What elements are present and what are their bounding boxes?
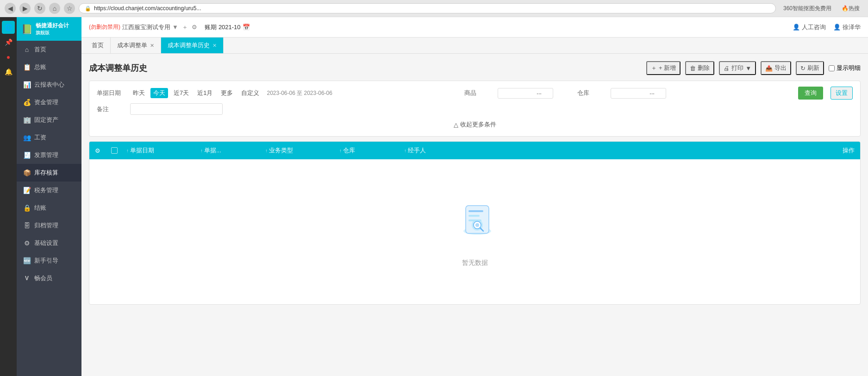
warehouse-select[interactable]: ···	[611, 88, 666, 99]
forward-button[interactable]: ▶	[19, 3, 31, 14]
export-button[interactable]: 📤 导出	[761, 61, 791, 75]
th-operator[interactable]: ↑ 经手人	[400, 146, 465, 155]
sidebar-item-ledger[interactable]: 📋 总账	[17, 58, 81, 76]
shortcut-today[interactable]: 今天	[150, 88, 168, 98]
sidebar-item-fixed-assets[interactable]: 🏢 固定资产	[17, 111, 81, 129]
delete-button[interactable]: 🗑 删除	[685, 61, 714, 75]
sidebar-item-cloud-report-label: 云报表中心	[34, 81, 64, 89]
icon-sidebar-app1[interactable]: 📌	[2, 36, 15, 49]
sidebar-item-close[interactable]: 🔒 结账	[17, 199, 81, 217]
company-name: 江西服宝测试专用	[122, 23, 170, 31]
tab-cost-adjustment[interactable]: 成本调整单 ✕	[111, 38, 161, 53]
delete-label: 删除	[698, 64, 710, 72]
tab-cost-adjustment-history-close[interactable]: ✕	[212, 43, 217, 49]
cloud-report-nav-icon: 📊	[23, 81, 31, 88]
display-toggle[interactable]: 显示明细	[829, 64, 861, 72]
sidebar-item-settings[interactable]: ⚙ 基础设置	[17, 234, 81, 252]
sidebar-item-home[interactable]: ⌂ 首页	[17, 41, 81, 58]
th-date[interactable]: ↑ 单据日期	[123, 146, 197, 155]
lock-icon: 🔒	[85, 6, 91, 12]
svg-point-8	[475, 223, 479, 227]
icon-sidebar-app3[interactable]: 🔔	[2, 65, 15, 78]
shortcut-yesterday[interactable]: 昨天	[130, 88, 148, 98]
page-content: 成本调整单历史 ＋ + 新增 🗑 删除 🖨 打印 ▼	[81, 54, 868, 376]
filter-settings-button[interactable]: 设置	[831, 87, 853, 100]
th-operator-label: 经手人	[408, 146, 426, 155]
goods-select[interactable]: ···	[498, 88, 553, 99]
th-warehouse[interactable]: ↑ 仓库	[336, 146, 400, 155]
shortcut-custom[interactable]: 自定义	[238, 88, 262, 98]
top-bar-left: (勿删勿禁用) 江西服宝测试专用 ▼ ＋ ⚙ 账期 2021-10 📅	[89, 23, 250, 31]
sidebar-item-inventory[interactable]: 📦 库存核算	[17, 164, 81, 182]
sidebar-item-invoice[interactable]: 🧾 发票管理	[17, 146, 81, 164]
icon-sidebar-app2[interactable]: ●	[2, 50, 15, 63]
sidebar-item-ledger-label: 总账	[34, 63, 46, 71]
ledger-nav-icon: 📋	[23, 63, 31, 71]
icon-sidebar-weibo[interactable]: 🌐	[2, 21, 15, 34]
shortcut-7days[interactable]: 近7天	[171, 88, 192, 98]
settings-column-icon: ⚙	[95, 147, 100, 154]
star-button[interactable]: ☆	[64, 3, 75, 14]
delete-icon: 🗑	[690, 65, 696, 72]
sidebar-item-archive-label: 归档管理	[34, 221, 58, 230]
sidebar-item-guide[interactable]: 🆕 新手引导	[17, 252, 81, 269]
shortcut-1month[interactable]: 近1月	[194, 88, 215, 98]
th-checkbox[interactable]	[106, 147, 123, 154]
th-number[interactable]: ↑ 单据...	[197, 146, 262, 155]
user-name: 徐泽华	[843, 23, 861, 31]
sidebar-item-tax[interactable]: 📝 税务管理	[17, 182, 81, 199]
sidebar-item-cloud-report[interactable]: 📊 云报表中心	[17, 76, 81, 94]
th-settings[interactable]: ⚙	[89, 147, 106, 154]
print-button[interactable]: 🖨 打印 ▼	[719, 61, 756, 75]
url-text: https://cloud.chanjet.com/accounting/uru…	[94, 5, 201, 12]
collapse-label: 收起更多条件	[460, 120, 496, 129]
refresh-label: 刷新	[807, 64, 819, 72]
empty-text: 暂无数据	[462, 259, 488, 267]
collapse-button[interactable]: △ 收起更多条件	[452, 119, 498, 131]
add-icon[interactable]: ＋	[182, 23, 188, 31]
sidebar-item-member[interactable]: V 畅会员	[17, 269, 81, 287]
calendar-icon[interactable]: 📅	[243, 24, 250, 31]
header-checkbox[interactable]	[111, 147, 118, 154]
home-button[interactable]: ⌂	[49, 3, 60, 14]
tab-cost-adjustment-history-label: 成本调整单历史	[168, 41, 210, 50]
settings-nav-icon: ⚙	[23, 239, 31, 247]
th-biz-label: 业务类型	[269, 146, 293, 155]
notes-input[interactable]	[130, 103, 223, 115]
tab-cost-adjustment-close[interactable]: ✕	[150, 43, 154, 49]
back-button[interactable]: ◀	[5, 3, 16, 14]
consultant-label[interactable]: 👤 人工咨询	[793, 23, 826, 31]
top-bar-right: 👤 人工咨询 👤 徐泽华	[793, 23, 861, 31]
th-operations-label: 操作	[843, 146, 855, 155]
filter-area: 单据日期 昨天 今天 近7天 近1月 更多 自定义 2023-06-06 至 2…	[89, 81, 861, 137]
browser-extras: 360智能抠图免费用 🔥热搜	[780, 3, 863, 14]
app-container: 🌐 📌 ● 🔔 📗 畅捷通好会计 旗舰版 ⌂ 首页 📋 总账 📊 云报表中心	[0, 17, 868, 376]
notes-filter-label: 备注	[97, 105, 123, 113]
page-header: 成本调整单历史 ＋ + 新增 🗑 删除 🖨 打印 ▼	[89, 61, 861, 75]
tab-home[interactable]: 首页	[85, 38, 111, 53]
company-dropdown-icon[interactable]: ▼	[172, 24, 178, 31]
browser-toolbar: ◀ ▶ ↻ ⌂ ☆ 🔒 https://cloud.chanjet.com/ac…	[0, 0, 868, 17]
refresh-button[interactable]: ↻ 刷新	[796, 61, 824, 75]
add-button[interactable]: ＋ + 新增	[646, 61, 681, 75]
sidebar-item-close-label: 结账	[34, 204, 46, 212]
settings-top-icon[interactable]: ⚙	[192, 24, 197, 31]
tab-cost-adjustment-history[interactable]: 成本调整单历史 ✕	[161, 38, 224, 53]
shortcut-more[interactable]: 更多	[218, 88, 236, 98]
sidebar-item-fund[interactable]: 💰 资金管理	[17, 94, 81, 111]
refresh-button[interactable]: ↻	[34, 3, 45, 14]
address-bar[interactable]: 🔒 https://cloud.chanjet.com/accounting/u…	[79, 3, 776, 13]
inventory-nav-icon: 📦	[23, 169, 31, 176]
th-biz-type[interactable]: ↑ 业务类型	[262, 146, 336, 155]
logo-text: 畅捷通好会计	[36, 22, 69, 30]
add-icon: ＋	[651, 64, 657, 72]
query-button[interactable]: 查询	[798, 87, 823, 100]
sidebar-item-payroll-label: 工资	[34, 133, 46, 142]
display-checkbox[interactable]	[829, 65, 835, 71]
add-label: + 新增	[659, 64, 676, 72]
sidebar-item-archive[interactable]: 🗄 归档管理	[17, 217, 81, 234]
period-info: 账期 2021-10 📅	[205, 23, 250, 31]
sidebar-nav: ⌂ 首页 📋 总账 📊 云报表中心 💰 资金管理 🏢 固定资产 👥 工资	[17, 41, 81, 376]
th-operations: 操作	[839, 146, 860, 155]
sidebar-item-payroll[interactable]: 👥 工资	[17, 129, 81, 146]
